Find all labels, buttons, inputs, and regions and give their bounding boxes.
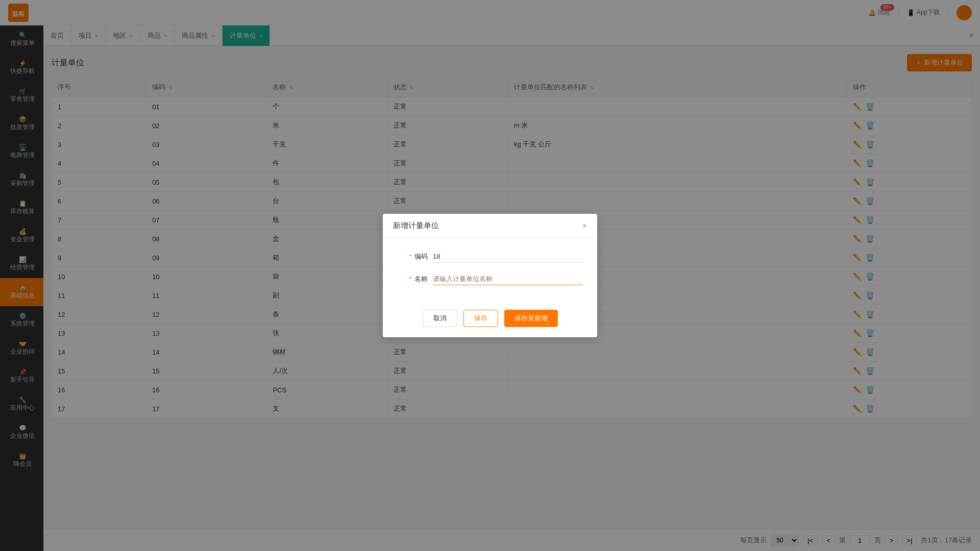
modal-overlay[interactable]: 新增计量单位 × * 编码 * 名称 取消 保存 保存并新增 [0, 0, 980, 551]
name-input[interactable] [433, 273, 583, 285]
code-label: * 编码 [397, 252, 428, 261]
modal-body: * 编码 * 名称 [383, 238, 597, 304]
name-required-mark: * [409, 275, 411, 283]
modal-title: 新增计量单位 [393, 221, 439, 231]
modal-close-button[interactable]: × [582, 221, 587, 231]
save-and-new-button[interactable]: 保存并新增 [504, 310, 558, 327]
modal-footer: 取消 保存 保存并新增 [383, 304, 597, 337]
modal-header: 新增计量单位 × [383, 214, 597, 238]
save-button[interactable]: 保存 [463, 310, 498, 327]
form-row-name: * 名称 [397, 273, 583, 285]
code-input[interactable] [433, 251, 583, 263]
form-row-code: * 编码 [397, 251, 583, 263]
cancel-button[interactable]: 取消 [423, 310, 457, 327]
name-label: * 名称 [397, 274, 428, 284]
code-required-mark: * [409, 253, 411, 260]
add-unit-modal: 新增计量单位 × * 编码 * 名称 取消 保存 保存并新增 [383, 214, 597, 337]
